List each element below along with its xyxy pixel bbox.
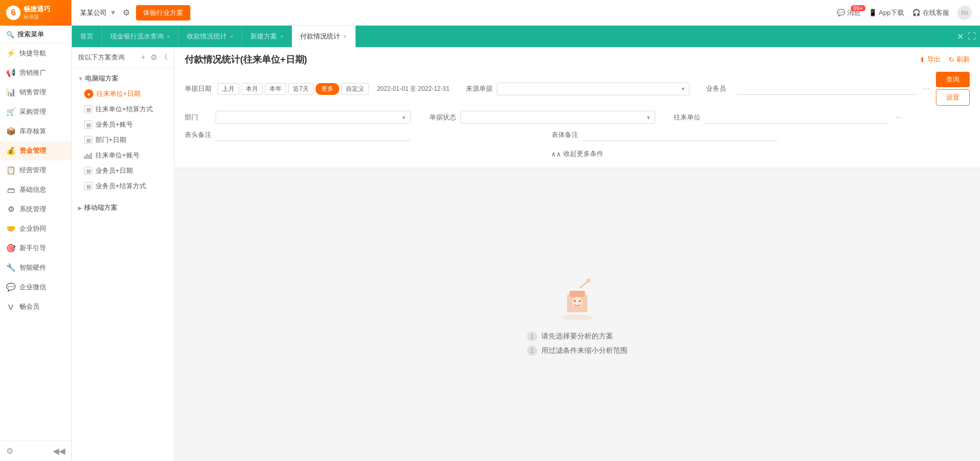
- table-body-note-input[interactable]: [582, 129, 777, 141]
- message-btn[interactable]: 💬 消息 99+: [837, 8, 860, 17]
- tab-new-scheme-close[interactable]: ×: [280, 33, 283, 39]
- scheme-query-label: 按以下方案查询: [78, 53, 125, 62]
- sidebar-item-hardware[interactable]: 🔧 智能硬件: [0, 258, 71, 277]
- message-icon: 💬: [837, 9, 845, 16]
- sidebar-footer: ⚙ ◀◀: [0, 440, 71, 461]
- date-btn-this-month[interactable]: 本月: [241, 83, 263, 95]
- filter-area: 付款情况统计(往来单位+日期) ⬆ 导出 ↻ 刷新 单据日期: [174, 47, 980, 168]
- svg-point-4: [574, 300, 576, 302]
- tab-home[interactable]: 首页: [72, 26, 102, 47]
- scheme-item-salesperson-date[interactable]: ▦ 业务员+日期: [72, 163, 174, 178]
- mobile-group-toggle[interactable]: ▶ 移动端方案: [72, 200, 174, 215]
- dept-label: 部门: [185, 113, 211, 122]
- tab-close-all-btn[interactable]: ✕: [957, 32, 964, 42]
- settings-footer-icon[interactable]: ⚙: [6, 446, 13, 456]
- tab-bank-flow[interactable]: 现金银行流水查询 ×: [102, 26, 179, 47]
- mobile-group-label: 移动端方案: [84, 203, 117, 212]
- export-btn[interactable]: ⬆ 导出: [919, 55, 940, 64]
- sidebar-item-inventory[interactable]: 📦 库存核算: [0, 122, 71, 141]
- operation-icon: 📋: [6, 166, 15, 175]
- collapse-btn[interactable]: ∧∧ 收起更多条件: [548, 146, 606, 162]
- sidebar-item-basic[interactable]: 🗃 基础信息: [0, 180, 71, 199]
- capital-icon: 💰: [6, 146, 15, 155]
- company-selector[interactable]: 某某公司 ▼: [80, 8, 116, 17]
- dept-select-container[interactable]: [215, 111, 410, 124]
- source-doc-select[interactable]: [497, 83, 690, 95]
- refresh-icon: ↻: [949, 56, 954, 64]
- app-icon: 📱: [869, 9, 877, 16]
- collapse-scheme-icon[interactable]: 《: [160, 52, 168, 62]
- tab-payment-stats[interactable]: 付款情况统计 ×: [292, 26, 355, 47]
- sidebar-item-label: 采购管理: [19, 107, 46, 116]
- sidebar-item-sales[interactable]: 📊 销售管理: [0, 83, 71, 102]
- dept-select[interactable]: [215, 111, 410, 124]
- sidebar-item-capital[interactable]: 💰 资金管理: [0, 141, 71, 161]
- date-btn-more[interactable]: 更多: [316, 83, 339, 95]
- search-menu-label: 搜索菜单: [17, 30, 44, 39]
- empty-tip-2: 2 用过滤条件来缩小分析范围: [527, 346, 628, 356]
- sidebar-item-guide[interactable]: 🎯 新手引导: [0, 238, 71, 258]
- app-download-btn[interactable]: 📱 App下载: [869, 8, 904, 17]
- mobile-scheme-group: ▶ 移动端方案: [72, 197, 174, 218]
- refresh-btn[interactable]: ↻ 刷新: [949, 55, 970, 64]
- page-title: 付款情况统计(往来单位+日期): [185, 53, 307, 66]
- sidebar-item-weixin[interactable]: 💬 企业微信: [0, 277, 71, 297]
- tab-payment-stats-close[interactable]: ×: [343, 33, 346, 39]
- add-scheme-icon[interactable]: ＋: [140, 52, 147, 62]
- scheme-item-salesperson-account[interactable]: ▦ 业务员+账号: [72, 117, 174, 132]
- doc-status-select[interactable]: [460, 111, 655, 124]
- scheme-item-label: 往来单位+结算方式: [95, 105, 153, 114]
- pc-scheme-group: ▼ 电脑端方案 ● 往来单位+日期 ▦ 往来单位+结算方式 ▦ 业务员+账号 ▦: [72, 68, 174, 197]
- sidebar-item-label: 库存核算: [19, 127, 46, 136]
- user-avatar[interactable]: Rit: [957, 6, 972, 20]
- date-range-text: 2022-01-01 至 2022-12-31: [377, 85, 449, 92]
- scheme-item-dept-date[interactable]: ▦ 部门+日期: [72, 132, 174, 148]
- search-menu[interactable]: 🔍 搜索菜单: [0, 26, 71, 44]
- online-service-btn[interactable]: 🎧 在线客服: [912, 8, 949, 17]
- query-btn[interactable]: 查询: [936, 72, 970, 87]
- salesperson-input[interactable]: [737, 83, 917, 95]
- scheme-panel-header: 按以下方案查询 ＋ ⚙ 《: [72, 47, 174, 68]
- date-quick-buttons: 上月 本月 本年 近7天 更多 自定义: [218, 83, 369, 95]
- date-btn-this-year[interactable]: 本年: [265, 83, 286, 95]
- topbar-right: 💬 消息 99+ 📱 App下载 🎧 在线客服 Rit: [837, 6, 972, 20]
- doc-status-select-container[interactable]: [460, 111, 655, 124]
- scheme-item-salesperson-settle[interactable]: ▦ 业务员+结算方式: [72, 178, 174, 194]
- sidebar-item-system[interactable]: ⚙ 系统管理: [0, 199, 71, 219]
- scheme-item-label: 往来单位+日期: [96, 89, 141, 98]
- date-btn-custom[interactable]: 自定义: [341, 83, 369, 95]
- tab-receipt-stats-close[interactable]: ×: [230, 33, 233, 39]
- partner-input[interactable]: [704, 111, 889, 124]
- sidebar-item-quick-nav[interactable]: ⚡ 快捷导航: [0, 44, 71, 63]
- salesperson-more-icon[interactable]: ···: [923, 84, 930, 93]
- brand-name: 畅捷通巧: [24, 5, 50, 14]
- sidebar-item-cooperation[interactable]: 🤝 企业协同: [0, 219, 71, 238]
- scheme-item-partner-account[interactable]: 往来单位+账号: [72, 148, 174, 163]
- tab-fullscreen-btn[interactable]: ⛶: [968, 32, 976, 41]
- sidebar-item-member[interactable]: V 畅会员: [0, 297, 71, 316]
- scheme-settings-icon[interactable]: ⚙: [150, 53, 157, 62]
- sidebar-item-label: 畅会员: [19, 302, 40, 311]
- table-head-note-input[interactable]: [215, 129, 410, 141]
- topbar-settings-icon[interactable]: ⚙: [123, 8, 130, 17]
- date-btn-last-month[interactable]: 上月: [218, 83, 239, 95]
- table-head-note-group: 表头备注: [185, 129, 535, 141]
- sidebar-item-operation[interactable]: 📋 经营管理: [0, 161, 71, 180]
- date-btn-7days[interactable]: 近7天: [288, 83, 313, 95]
- sidebar-item-marketing[interactable]: 📢 营销推广: [0, 63, 71, 83]
- scheme-item-partner-settle[interactable]: ▦ 往来单位+结算方式: [72, 102, 174, 117]
- sidebar-item-purchase[interactable]: 🛒 采购管理: [0, 102, 71, 122]
- tab-receipt-stats[interactable]: 收款情况统计 ×: [179, 26, 242, 47]
- source-doc-group: 来源单据: [466, 83, 690, 95]
- collapse-sidebar-icon[interactable]: ◀◀: [53, 446, 65, 456]
- trial-btn[interactable]: 体验行业方案: [136, 5, 190, 21]
- tab-bank-flow-label: 现金银行流水查询: [110, 32, 164, 41]
- purchase-icon: 🛒: [6, 107, 15, 116]
- pc-group-toggle[interactable]: ▼ 电脑端方案: [72, 71, 174, 86]
- source-doc-select-container[interactable]: [497, 83, 690, 95]
- partner-more-icon[interactable]: ···: [895, 113, 902, 122]
- setting-btn[interactable]: 设置: [936, 89, 970, 106]
- tab-new-scheme[interactable]: 新建方案 ×: [242, 26, 292, 47]
- scheme-item-partner-date[interactable]: ● 往来单位+日期: [72, 86, 174, 102]
- tab-bank-flow-close[interactable]: ×: [167, 33, 170, 39]
